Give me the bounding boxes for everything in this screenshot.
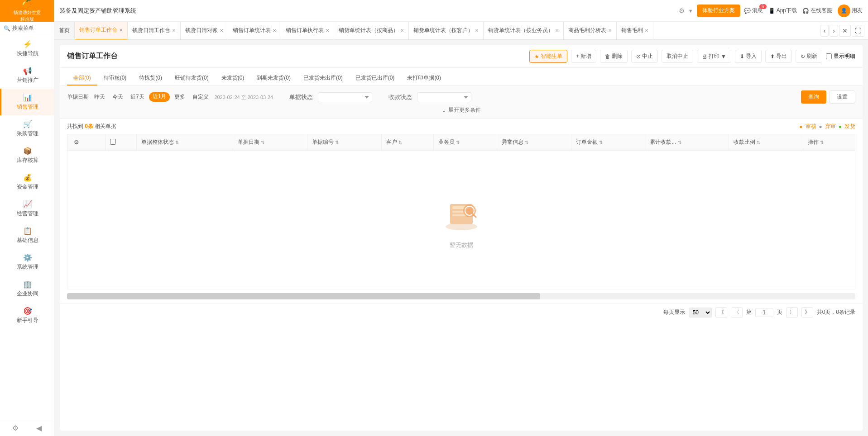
sub-tab-not-shipped[interactable]: 未发货(0) bbox=[215, 71, 251, 85]
sidebar-item-purchase-mgmt[interactable]: 🛒 采购管理 bbox=[0, 115, 54, 142]
th-customer[interactable]: 客户 ⇅ bbox=[382, 134, 434, 151]
tab-close-cash-reconcile[interactable]: ✕ bbox=[220, 28, 223, 33]
th-error_info[interactable]: 异常信息 ⇅ bbox=[497, 134, 571, 151]
stop-btn[interactable]: ⊘ 中止 bbox=[631, 50, 658, 63]
sub-tab-all[interactable]: 全部(0) bbox=[67, 71, 97, 85]
tab-sales-by-product[interactable]: 销货单统计表（按商品）✕ bbox=[334, 22, 409, 40]
scrollbar-track[interactable] bbox=[67, 293, 855, 299]
sidebar-item-finance[interactable]: 💰 资金管理 bbox=[0, 169, 54, 195]
th-operation[interactable]: 操作 ⇅ bbox=[803, 134, 855, 151]
page-number-input[interactable] bbox=[755, 308, 773, 317]
cancel-review-btn[interactable]: 弃审 bbox=[825, 123, 836, 130]
tab-sales-by-staff[interactable]: 销货单统计表（按业务员）✕ bbox=[484, 22, 564, 40]
tab-gross-profit[interactable]: 商品毛利分析表✕ bbox=[564, 22, 617, 40]
date-opt-7days[interactable]: 近7天 bbox=[128, 92, 147, 102]
sidebar-item-enterprise[interactable]: 🏢 企业协同 bbox=[0, 275, 54, 302]
tab-sales-stat[interactable]: 销售订单统计表✕ bbox=[228, 22, 281, 40]
cancel-stop-btn[interactable]: 取消中止 bbox=[662, 50, 693, 63]
th-number[interactable]: 单据编号 ⇅ bbox=[307, 134, 382, 151]
query-btn[interactable]: 查询 bbox=[801, 90, 826, 104]
th-date[interactable]: 单据日期 ⇅ bbox=[233, 134, 307, 151]
per-page-select[interactable]: 50 10 20 100 bbox=[689, 308, 712, 318]
settings-icon[interactable]: ⚙ bbox=[12, 424, 19, 432]
table-settings-btn[interactable]: ⚙ bbox=[72, 138, 81, 147]
sub-tab-pending-review[interactable]: 待审核(0) bbox=[97, 71, 133, 85]
th-ratio[interactable]: 收款比例 ⇅ bbox=[729, 134, 803, 151]
date-opt-today[interactable]: 今天 bbox=[110, 92, 126, 102]
scrollbar-thumb[interactable] bbox=[67, 293, 540, 299]
search-menu[interactable]: 🔍 搜索菜单 bbox=[0, 22, 54, 35]
sort-icon-ratio[interactable]: ⇅ bbox=[757, 140, 760, 145]
sub-tab-pending-check[interactable]: 待拣货(0) bbox=[133, 71, 168, 85]
tab-sales-by-customer[interactable]: 销货单统计表（按客户）✕ bbox=[409, 22, 484, 40]
tab-close-sales-stat[interactable]: ✕ bbox=[273, 28, 276, 33]
next-page-btn[interactable]: 〉 bbox=[786, 307, 798, 318]
tab-next-btn[interactable]: › bbox=[830, 25, 838, 37]
th-staff[interactable]: 业务员 ⇅ bbox=[434, 134, 497, 151]
sort-icon-staff[interactable]: ⇅ bbox=[456, 140, 460, 145]
tab-close-sales-by-staff[interactable]: ✕ bbox=[555, 28, 559, 33]
app-download-btn[interactable]: 📱 App下载 bbox=[768, 7, 797, 14]
tab-sales-exec[interactable]: 销售订单执行表✕ bbox=[281, 22, 334, 40]
tab-close-gross-profit[interactable]: ✕ bbox=[608, 28, 612, 33]
sub-tab-shipped-out[interactable]: 已发货已出库(0) bbox=[349, 71, 401, 85]
tab-close-cash-daily[interactable]: ✕ bbox=[172, 28, 176, 33]
tab-cash-reconcile[interactable]: 钱货日清对账✕ bbox=[181, 22, 228, 40]
sidebar-item-inventory[interactable]: 📦 库存核算 bbox=[0, 142, 54, 169]
sort-icon-status[interactable]: ⇅ bbox=[175, 140, 179, 145]
tab-home[interactable]: 首页 bbox=[54, 22, 75, 40]
tab-close-sales-discount[interactable]: ✕ bbox=[645, 28, 648, 33]
dropdown-arrow-icon[interactable]: ▼ bbox=[688, 8, 693, 14]
tab-sales-workbench[interactable]: 销售订单工作台✕ bbox=[75, 22, 128, 40]
sidebar-item-quick-nav[interactable]: ⚡ 快捷导航 bbox=[0, 35, 54, 62]
date-opt-more[interactable]: 更多 bbox=[172, 92, 188, 102]
tab-close-all-btn[interactable]: ✕ bbox=[839, 25, 851, 37]
tab-close-sales-workbench[interactable]: ✕ bbox=[119, 28, 123, 33]
show-detail-check[interactable]: 显示明细 bbox=[826, 52, 855, 60]
solution-btn[interactable]: 体验行业方案 bbox=[697, 5, 740, 17]
sidebar-item-base-info[interactable]: 📋 基础信息 bbox=[0, 222, 54, 249]
tab-close-sales-exec[interactable]: ✕ bbox=[326, 28, 329, 33]
sub-tab-shipped-not-out[interactable]: 已发货未出库(0) bbox=[297, 71, 349, 85]
date-opt-custom[interactable]: 自定义 bbox=[190, 92, 211, 102]
sidebar-item-sales-mgmt[interactable]: 📊 销售管理 bbox=[0, 89, 54, 115]
collapse-icon[interactable]: ◀ bbox=[36, 424, 42, 432]
sort-icon-number[interactable]: ⇅ bbox=[335, 140, 339, 145]
tab-prev-btn[interactable]: ‹ bbox=[820, 25, 829, 37]
tab-cash-daily[interactable]: 钱货日清工作台✕ bbox=[128, 22, 181, 40]
print-btn[interactable]: 🖨 打印 ▼ bbox=[697, 50, 731, 63]
sort-icon-date[interactable]: ⇅ bbox=[261, 140, 264, 145]
select-all-checkbox[interactable] bbox=[110, 139, 116, 145]
date-opt-yesterday[interactable]: 昨天 bbox=[91, 92, 108, 102]
ship-btn[interactable]: 发货 bbox=[844, 123, 855, 130]
message-btn[interactable]: 💬 消息 6 bbox=[744, 7, 763, 14]
date-opt-1month[interactable]: 近1月 bbox=[149, 92, 170, 102]
sidebar-item-marketing[interactable]: 📢 营销推广 bbox=[0, 62, 54, 89]
last-page-btn[interactable]: 》 bbox=[801, 307, 813, 318]
first-page-btn[interactable]: 《 bbox=[715, 307, 727, 318]
th-received[interactable]: 累计收款... ⇅ bbox=[645, 134, 729, 151]
sort-icon-customer[interactable]: ⇅ bbox=[398, 140, 402, 145]
th-amount[interactable]: 订单金额 ⇅ bbox=[571, 134, 645, 151]
import-btn[interactable]: ⬇ 导入 bbox=[735, 50, 762, 63]
export-btn[interactable]: ⬆ 导出 bbox=[765, 50, 792, 63]
user-btn[interactable]: 👤 用友 bbox=[838, 5, 863, 17]
delete-btn[interactable]: 🗑 删除 bbox=[600, 50, 628, 63]
sort-icon-received[interactable]: ⇅ bbox=[678, 140, 681, 145]
prev-page-btn[interactable]: 〈 bbox=[731, 307, 743, 318]
status-select[interactable] bbox=[318, 92, 372, 102]
tab-close-sales-by-customer[interactable]: ✕ bbox=[475, 28, 479, 33]
settings-btn[interactable]: 设置 bbox=[829, 90, 855, 104]
tab-close-sales-by-product[interactable]: ✕ bbox=[400, 28, 404, 33]
smart-gen-btn[interactable]: ★ 智能生单 bbox=[529, 50, 567, 63]
sidebar-item-operations[interactable]: 📈 经营管理 bbox=[0, 195, 54, 222]
sub-tab-overdue-ship[interactable]: 到期未发货(0) bbox=[250, 71, 297, 85]
refresh-btn[interactable]: ↻ 刷新 bbox=[796, 50, 822, 63]
expand-more-btn[interactable]: ⌄ 展开更多条件 bbox=[67, 106, 855, 114]
sidebar-item-guide[interactable]: 🎯 新手引导 bbox=[0, 302, 54, 329]
sidebar-item-sys-mgmt[interactable]: ⚙️ 系统管理 bbox=[0, 249, 54, 275]
sub-tab-not-printed[interactable]: 未打印单据(0) bbox=[401, 71, 447, 85]
payment-select[interactable] bbox=[417, 92, 471, 102]
tab-sales-discount[interactable]: 销售毛利✕ bbox=[617, 22, 653, 40]
sort-icon-amount[interactable]: ⇅ bbox=[599, 140, 603, 145]
